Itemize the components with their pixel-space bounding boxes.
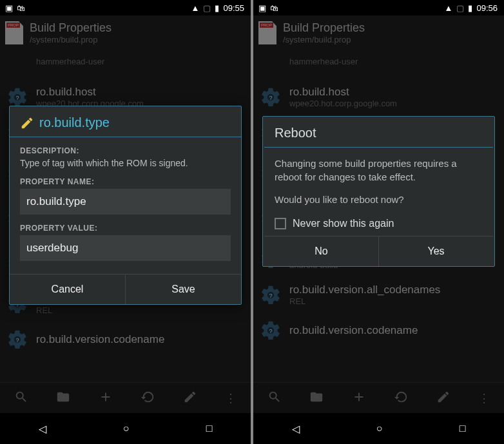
back-icon[interactable]: ◁: [292, 423, 300, 435]
list-item[interactable]: hammerhead-user: [253, 50, 504, 79]
property-name-input[interactable]: [20, 189, 231, 215]
notif-store-icon: 🛍: [17, 3, 25, 13]
notif-store-icon: 🛍: [270, 3, 278, 13]
file-prop-icon: [258, 21, 276, 44]
list-item[interactable]: hammerhead-user: [0, 50, 251, 79]
app-header: Build Properties /system/build.prop: [0, 15, 251, 50]
search-icon[interactable]: [14, 390, 28, 407]
save-button[interactable]: Save: [126, 275, 241, 304]
no-button[interactable]: No: [264, 236, 379, 266]
toolbar: ⋮: [0, 382, 251, 413]
list-item[interactable]: ro.build.version.codename: [253, 313, 504, 349]
gear-icon: [6, 86, 28, 108]
back-icon[interactable]: ◁: [39, 423, 46, 435]
sim-icon: ▢: [203, 3, 211, 13]
wifi-icon: ▲: [191, 3, 200, 13]
status-bar: ▣ 🛍 ▲ ▢ ▮ 09:55: [0, 0, 251, 15]
nav-bar: ◁ ○ □: [0, 413, 251, 444]
home-icon[interactable]: ○: [123, 423, 130, 434]
page-subtitle: /system/build.prop: [283, 35, 365, 44]
folder-icon[interactable]: [56, 390, 70, 407]
list-item[interactable]: ro.build.version.codename: [0, 322, 251, 358]
app-header: Build Properties /system/build.prop: [253, 15, 504, 50]
recents-icon[interactable]: □: [460, 423, 466, 434]
edit-icon[interactable]: [436, 390, 451, 407]
property-value-input[interactable]: [20, 235, 231, 261]
checkbox-label: Never show this again: [293, 218, 394, 229]
cancel-button[interactable]: Cancel: [10, 275, 126, 304]
wifi-icon: ▲: [445, 3, 453, 13]
restore-icon[interactable]: [394, 390, 408, 407]
page-subtitle: /system/build.prop: [30, 35, 111, 44]
page-title: Build Properties: [283, 21, 365, 35]
overflow-icon[interactable]: ⋮: [478, 391, 490, 405]
add-icon[interactable]: [99, 390, 113, 407]
search-icon[interactable]: [267, 390, 282, 407]
battery-icon: ▮: [215, 3, 219, 13]
folder-icon[interactable]: [309, 390, 324, 407]
dialog-title: Reboot: [275, 126, 483, 147]
edit-icon[interactable]: [183, 390, 197, 407]
clock: 09:55: [223, 3, 244, 13]
checkbox-icon[interactable]: [275, 218, 286, 229]
never-show-checkbox-row[interactable]: Never show this again: [275, 218, 483, 229]
gear-icon: [260, 284, 282, 306]
status-bar: ▣ 🛍 ▲ ▢ ▮ 09:56: [253, 0, 504, 15]
gear-icon: [6, 329, 28, 351]
restore-icon[interactable]: [141, 390, 155, 407]
description-text: Type of tag with which the ROM is signed…: [20, 158, 231, 168]
toolbar: ⋮: [253, 382, 504, 413]
overflow-icon[interactable]: ⋮: [225, 391, 237, 405]
property-name-label: PROPERTY NAME:: [20, 177, 231, 186]
nav-bar: ◁ ○ □: [253, 413, 504, 444]
home-icon[interactable]: ○: [376, 423, 383, 434]
page-title: Build Properties: [30, 21, 111, 35]
list-item[interactable]: ro.build.version.all_codenames REL: [253, 277, 504, 313]
notif-image-icon: ▣: [5, 3, 13, 13]
gear-icon: [260, 320, 282, 342]
dialog-body-1: Changing some build properties requires …: [275, 157, 483, 184]
sim-icon: ▢: [456, 3, 464, 13]
reboot-dialog: Reboot Changing some build properties re…: [262, 116, 495, 267]
file-prop-icon: [5, 21, 23, 44]
clock: 09:56: [476, 3, 498, 13]
description-label: DESCRIPTION:: [20, 146, 231, 155]
recents-icon[interactable]: □: [206, 423, 213, 434]
phone-right: ▣ 🛍 ▲ ▢ ▮ 09:56 Build Properties /system…: [253, 0, 504, 444]
pencil-icon: [20, 116, 34, 130]
property-value-label: PROPERTY VALUE:: [20, 224, 231, 233]
battery-icon: ▮: [468, 3, 472, 13]
edit-property-dialog: ro.build.type DESCRIPTION: Type of tag w…: [9, 106, 242, 305]
list-item[interactable]: ro.build.host wpee20.hot.corp.google.com: [253, 79, 504, 115]
add-icon[interactable]: [352, 390, 366, 407]
dialog-body-2: Would you like to reboot now?: [275, 193, 483, 206]
dialog-title: ro.build.type: [39, 115, 110, 130]
gear-icon: [260, 86, 282, 108]
yes-button[interactable]: Yes: [379, 236, 493, 266]
phone-left: ▣ 🛍 ▲ ▢ ▮ 09:55 Build Properties /system…: [0, 0, 251, 444]
notif-image-icon: ▣: [258, 3, 266, 13]
